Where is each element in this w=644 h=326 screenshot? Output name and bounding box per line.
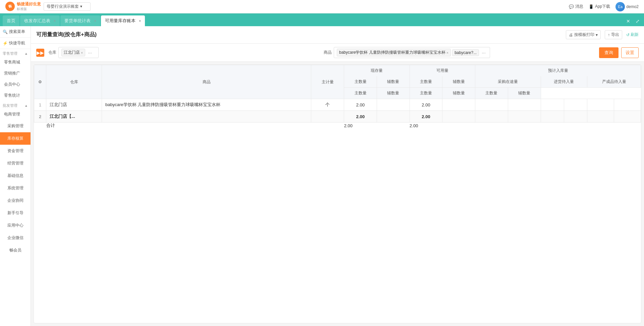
- row-2-warehouse: 江北门店【...: [46, 111, 102, 123]
- sidebar-item-appcenter[interactable]: 应用中心: [0, 219, 31, 232]
- tab-income-expense[interactable]: 收发存汇总表 ×: [20, 15, 60, 26]
- warehouse-tag: 江北门店 ×: [61, 49, 85, 56]
- refresh-button[interactable]: ↺ 刷新: [626, 32, 639, 38]
- total-empty-3: [311, 123, 344, 129]
- maximize-window-button[interactable]: ⤢: [634, 17, 641, 25]
- sidebar-item-member-center[interactable]: 会员中心: [0, 79, 31, 90]
- product-tag-1-close[interactable]: ×: [446, 51, 448, 55]
- tab-available-stock[interactable]: 可用量库存账本 ×: [101, 15, 145, 26]
- product-filter-input[interactable]: babycare学饮杯 儿童防摔防撞吸管杯重力球吸嘴杯宝宝水杯 × babyca…: [334, 47, 490, 58]
- sidebar-item-operations[interactable]: 经营管理: [0, 157, 31, 170]
- table-body: 1 江北门店 babycare学饮杯 儿童防摔防撞吸管杯重力球吸嘴杯宝宝水杯 个…: [34, 99, 641, 123]
- row-1-pt-main: [475, 99, 508, 111]
- tab-available-stock-close[interactable]: ×: [139, 19, 141, 23]
- sidebar-item-inventory[interactable]: 库存核算: [0, 132, 31, 145]
- total-current-aux: [377, 123, 410, 129]
- filter-toggle-button[interactable]: ▶▶: [36, 49, 44, 57]
- sidebar-quick-nav[interactable]: ⚡ 快捷导航: [0, 38, 31, 49]
- product-tag-2: babycare?...: [452, 49, 479, 56]
- col-settings-header[interactable]: ⚙: [34, 65, 46, 99]
- col-purchase-pending-header: 进货待入量: [541, 76, 587, 88]
- sidebar-section-wholesale[interactable]: 批发管理 ▲: [0, 101, 31, 109]
- brand-logo: 畅 畅捷通好生意 标准版: [5, 2, 41, 11]
- top-bar: 畅 畅捷通好生意 标准版 母婴行业演示账套 ▾ 💬 消息 📱 App下载 Ea …: [0, 0, 644, 13]
- member-label: 畅会员: [9, 247, 21, 253]
- col-avail-main-header: 主数量: [410, 76, 442, 88]
- col-current-stock-header: 现存量: [344, 65, 410, 77]
- close-window-button[interactable]: ✕: [625, 17, 632, 25]
- total-empty-2: [102, 123, 311, 129]
- product-tag-2-value: babycare?...: [454, 50, 477, 55]
- sidebar-item-retail-stats[interactable]: 零售统计: [0, 90, 31, 101]
- enterprise-label: 企业协同: [7, 198, 23, 203]
- app-download-button[interactable]: 📱 App下载: [589, 4, 610, 9]
- basic-label: 基础信息: [7, 173, 23, 179]
- app-icon: 📱: [589, 4, 594, 9]
- tenant-selector[interactable]: 母婴行业演示账套 ▾: [44, 2, 91, 11]
- warehouse-tag-close[interactable]: ×: [81, 51, 83, 55]
- sidebar-item-basic[interactable]: 基础信息: [0, 170, 31, 182]
- row-1-current-main: 2.00: [344, 99, 377, 111]
- sidebar-item-purchase[interactable]: 采购管理: [0, 120, 31, 132]
- product-tag-1: babycare学饮杯 儿童防摔防撞吸管杯重力球吸嘴杯宝宝水杯 ×: [337, 49, 451, 56]
- finance-label: 资金管理: [7, 148, 23, 154]
- warehouse-filter-more[interactable]: ···: [87, 50, 93, 55]
- query-button[interactable]: 查询: [599, 47, 619, 58]
- total-avail-aux: [442, 123, 475, 129]
- print-button[interactable]: 🖨 按模板打印 ▾: [566, 30, 601, 39]
- quick-nav-icon: ⚡: [3, 41, 8, 46]
- app-download-label: App下载: [595, 4, 610, 9]
- filter-bar: ▶▶ 仓库 江北门店 × ··· 商品 babycare学饮杯 儿童防摔防撞吸管…: [31, 44, 644, 62]
- row-2-avail-aux: [442, 111, 475, 123]
- export-icon: ↑: [608, 33, 610, 37]
- row-1-warehouse: 江北门店: [46, 99, 102, 111]
- message-icon: 💬: [569, 4, 574, 9]
- tab-income-expense-close[interactable]: ×: [54, 19, 56, 23]
- sidebar-item-enterprise-wx[interactable]: 企业微信: [0, 232, 31, 244]
- avatar: Ea: [615, 2, 625, 11]
- brand-icon: 畅: [5, 2, 15, 11]
- sidebar-item-newguide[interactable]: 新手引导: [0, 207, 31, 219]
- page-title: 可用量查询(按仓库+商品): [36, 31, 97, 38]
- sidebar-section-retail[interactable]: 零售管理 ▲: [0, 49, 31, 57]
- total-pp-main: [541, 123, 564, 129]
- filter-warehouse-group: 仓库 江北门店 × ···: [48, 47, 320, 58]
- sidebar-search-menu[interactable]: 🔍 搜索菜单: [0, 26, 31, 38]
- sidebar-item-marketing[interactable]: 营销推广: [0, 68, 31, 79]
- col-finished-pending-header: 产成品待入量: [587, 76, 641, 88]
- total-fp-main: [587, 123, 614, 129]
- wholesale-section-arrow: ▲: [24, 104, 28, 107]
- export-label: 导出: [611, 32, 619, 38]
- page-header: 可用量查询(按仓库+商品) 🖨 按模板打印 ▾ ↑ 导出 ↺ 刷新: [31, 26, 644, 44]
- col-avail-aux-header: 辅数量: [442, 76, 475, 88]
- sidebar-item-finance[interactable]: 资金管理: [0, 145, 31, 157]
- tab-order-stats[interactable]: 要货单统计表 ×: [60, 15, 100, 26]
- sidebar-item-system[interactable]: 系统管理: [0, 182, 31, 194]
- user-profile[interactable]: Ea demo2: [615, 2, 639, 11]
- warehouse-filter-input[interactable]: 江北门店 × ···: [58, 47, 99, 58]
- col-pt-aux-header: 辅数量: [377, 88, 410, 99]
- tab-income-expense-label: 收发存汇总表: [24, 18, 50, 24]
- sidebar-item-member[interactable]: 畅会员: [0, 244, 31, 257]
- row-1-avail-aux: [442, 99, 475, 111]
- product-filter-more[interactable]: ···: [480, 50, 487, 55]
- table-header-row1: ⚙ 仓库 商品 主计量 现存量 可用量 预计入库量: [34, 65, 641, 77]
- tab-order-stats-close[interactable]: ×: [94, 19, 96, 23]
- tab-order-stats-label: 要货单统计表: [64, 18, 91, 24]
- table-container: ⚙ 仓库 商品 主计量 现存量 可用量 预计入库量 主数量 辅数量 主数量 辅数…: [34, 64, 641, 323]
- total-label: 合计: [46, 123, 102, 129]
- purchase-label: 采购管理: [7, 123, 23, 129]
- row-1-unit: 个: [311, 99, 344, 111]
- row-2-avail-main: 2.00: [410, 111, 442, 123]
- message-button[interactable]: 💬 消息: [569, 4, 583, 9]
- row-1-product: babycare学饮杯 儿童防摔防撞吸管杯重力球吸嘴杯宝宝水杯: [102, 99, 311, 111]
- sidebar-item-enterprise[interactable]: 企业协同: [0, 194, 31, 207]
- col-pp-main-header: 主数量: [410, 88, 442, 99]
- export-button[interactable]: ↑ 导出: [605, 30, 622, 39]
- sidebar-item-retail-mall[interactable]: 零售商城: [0, 57, 31, 68]
- sidebar-item-ecommerce[interactable]: 电商管理: [0, 109, 31, 120]
- tab-home[interactable]: 首页: [3, 15, 19, 26]
- table-row: 2 江北门店【... 2.00 2.00: [34, 111, 641, 123]
- total-pt-aux: [508, 123, 541, 129]
- setting-button[interactable]: 设置: [621, 47, 639, 58]
